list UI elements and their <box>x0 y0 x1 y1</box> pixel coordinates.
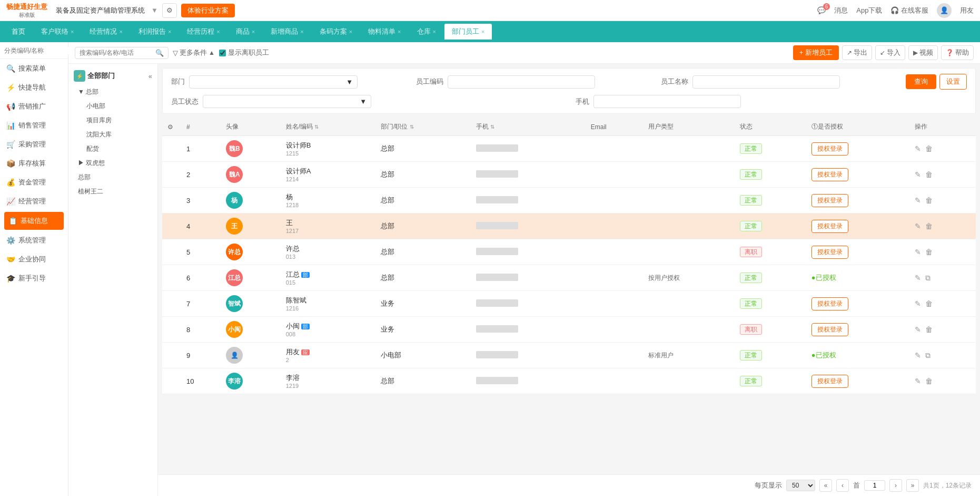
tab-employee[interactable]: 部门员工 × <box>444 24 492 40</box>
auth-button-1[interactable]: 授权登录 <box>811 142 848 155</box>
close-goods-tab[interactable]: × <box>252 28 255 35</box>
tab-goods[interactable]: 商品 × <box>229 24 262 40</box>
close-operation-tab[interactable]: × <box>119 28 122 35</box>
sidebar-item-marketing[interactable]: 📢 营销推广 <box>0 97 68 116</box>
tree-node-shenyang[interactable]: 沈阳大库 <box>74 128 157 142</box>
import-button[interactable]: ↙ 导入 <box>875 45 905 60</box>
copy-button-6[interactable]: ⧉ <box>925 274 930 282</box>
close-history-tab[interactable]: × <box>216 28 220 35</box>
filter-dept-select[interactable]: ▼ <box>189 75 358 89</box>
delete-button-4[interactable]: 🗑 <box>925 222 933 230</box>
delete-button-1[interactable]: 🗑 <box>925 144 933 153</box>
show-resigned-checkbox-label[interactable]: 显示离职员工 <box>219 48 269 57</box>
query-button[interactable]: 查询 <box>906 74 936 89</box>
next-page-button[interactable]: › <box>889 479 902 492</box>
sidebar-item-finance[interactable]: 💰 资金管理 <box>0 173 68 192</box>
auth-button-7[interactable]: 授权登录 <box>811 297 848 310</box>
tree-node-shuanghu[interactable]: ▶ 双虎想 <box>74 156 157 170</box>
delete-button-7[interactable]: 🗑 <box>925 299 933 308</box>
tree-node-general-hq[interactable]: ▼ 总部 <box>74 85 157 99</box>
close-addgoods-tab[interactable]: × <box>300 28 303 35</box>
auth-button-3[interactable]: 授权登录 <box>811 194 848 207</box>
last-page-button[interactable]: » <box>906 479 919 492</box>
th-phone[interactable]: 手机 ⇅ <box>471 118 586 136</box>
tree-node-small-elec[interactable]: 小电部 <box>74 99 157 113</box>
filter-status-select[interactable]: ▼ <box>203 95 371 108</box>
filter-empcode-input[interactable] <box>448 75 595 89</box>
sidebar-item-operation[interactable]: 📈 经营管理 <box>0 192 68 211</box>
first-page-button[interactable]: « <box>819 479 832 492</box>
close-profit-tab[interactable]: × <box>168 28 171 35</box>
delete-button-8[interactable]: 🗑 <box>925 325 933 334</box>
edit-button-10[interactable]: ✎ <box>915 377 921 385</box>
employee-search-input[interactable] <box>80 49 153 56</box>
delete-button-2[interactable]: 🗑 <box>925 170 933 179</box>
sidebar-item-guide[interactable]: 🎓 新手引导 <box>0 269 68 288</box>
sidebar-item-inventory[interactable]: 📦 库存核算 <box>0 154 68 173</box>
employee-search-icon[interactable]: 🔍 <box>155 49 164 57</box>
close-bom-tab[interactable]: × <box>398 28 401 35</box>
filter-phone-input[interactable] <box>593 95 741 108</box>
tree-node-distribution[interactable]: 配货 <box>74 142 157 156</box>
tree-collapse-button[interactable]: « <box>149 72 152 80</box>
sidebar-item-purchase[interactable]: 🛒 采购管理 <box>0 135 68 154</box>
tab-profit[interactable]: 利润报告 × <box>131 24 179 40</box>
system-select-dropdown[interactable]: ▼ <box>151 6 158 14</box>
user-avatar[interactable]: 👤 <box>937 3 952 18</box>
prev-page-button[interactable]: ‹ <box>836 479 849 492</box>
sidebar-item-quicknav[interactable]: ⚡ 快捷导航 <box>0 78 68 97</box>
help-button[interactable]: ❓ 帮助 <box>941 45 974 60</box>
tab-operation[interactable]: 经营情况 × <box>82 24 130 40</box>
tab-barcode[interactable]: 条码方案 × <box>312 24 360 40</box>
tree-node-planting[interactable]: 植树王二 <box>74 184 157 199</box>
sidebar-item-collab[interactable]: 🤝 企业协同 <box>0 250 68 269</box>
auth-button-2[interactable]: 授权登录 <box>811 168 848 181</box>
th-settings[interactable]: ⚙ <box>162 118 181 136</box>
sidebar-item-sales[interactable]: 📊 销售管理 <box>0 116 68 135</box>
delete-button-3[interactable]: 🗑 <box>925 196 933 205</box>
notification-button[interactable]: 💬 6 <box>817 6 826 14</box>
close-employee-tab[interactable]: × <box>481 28 484 35</box>
set-button[interactable]: 设置 <box>939 74 967 90</box>
app-download-button[interactable]: App下载 <box>856 6 882 15</box>
copy-button-9[interactable]: ⧉ <box>925 351 930 359</box>
close-warehouse-tab[interactable]: × <box>433 28 436 35</box>
edit-button-7[interactable]: ✎ <box>915 299 921 308</box>
delete-button-5[interactable]: 🗑 <box>925 248 933 256</box>
tab-bom[interactable]: 物料清单 × <box>361 24 408 40</box>
video-button[interactable]: ▶ 视频 <box>908 45 938 60</box>
more-conditions-button[interactable]: ▽ 更多条件 ▲ <box>173 48 215 57</box>
tab-add-goods[interactable]: 新增商品 × <box>263 24 311 40</box>
edit-button-8[interactable]: ✎ <box>915 325 921 334</box>
delete-button-10[interactable]: 🗑 <box>925 377 933 385</box>
settings-gear-button[interactable]: ⚙ <box>162 3 177 18</box>
edit-button-6[interactable]: ✎ <box>915 274 921 282</box>
tab-history[interactable]: 经营历程 × <box>180 24 227 40</box>
edit-button-4[interactable]: ✎ <box>915 222 921 230</box>
filter-empname-input[interactable] <box>692 75 840 89</box>
th-name[interactable]: 姓名/编码 ⇅ <box>281 118 375 136</box>
edit-button-2[interactable]: ✎ <box>915 170 921 179</box>
add-employee-button[interactable]: + 新增员工 <box>793 45 839 60</box>
close-barcode-tab[interactable]: × <box>349 28 352 35</box>
sidebar-item-basic[interactable]: 📋 基础信息 <box>4 212 64 230</box>
tree-node-project-room[interactable]: 项目库房 <box>74 113 157 128</box>
edit-button-3[interactable]: ✎ <box>915 196 921 205</box>
auth-button-5[interactable]: 授权登录 <box>811 246 848 259</box>
export-button[interactable]: ↗ 导出 <box>842 45 872 60</box>
close-customer-tab[interactable]: × <box>71 28 74 35</box>
sidebar-item-search[interactable]: 🔍 搜索菜单 <box>0 59 68 78</box>
auth-button-8[interactable]: 授权登录 <box>811 323 848 336</box>
tab-home[interactable]: 首页 <box>4 24 33 40</box>
page-number-input[interactable] <box>864 480 885 491</box>
auth-button-10[interactable]: 授权登录 <box>811 375 848 388</box>
online-service-button[interactable]: 🎧 在线客服 <box>890 6 928 15</box>
edit-button-1[interactable]: ✎ <box>915 144 921 153</box>
th-dept[interactable]: 部门/职位 ⇅ <box>375 118 470 136</box>
tree-node-hq2[interactable]: 总部 <box>74 170 157 184</box>
edit-button-9[interactable]: ✎ <box>915 351 921 359</box>
show-resigned-checkbox[interactable] <box>219 50 226 56</box>
auth-button-4[interactable]: 授权登录 <box>811 220 848 233</box>
sidebar-item-system[interactable]: ⚙️ 系统管理 <box>0 231 68 250</box>
page-size-select[interactable]: 50 100 <box>786 480 815 491</box>
